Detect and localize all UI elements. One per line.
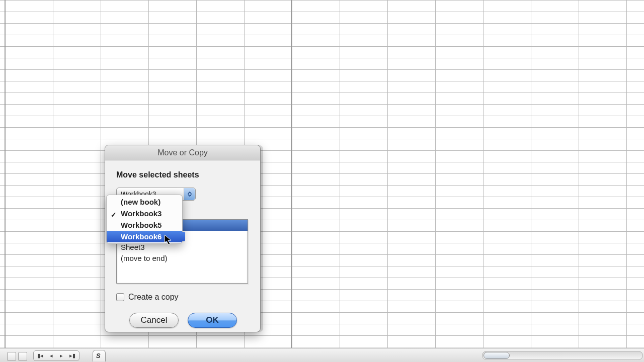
option-label: Workbook6 xyxy=(121,232,162,241)
move-selected-label: Move selected sheets xyxy=(116,170,250,179)
window-button-1[interactable] xyxy=(7,352,16,361)
sheet-tab-partial[interactable]: S xyxy=(93,350,106,361)
option-label: Workbook5 xyxy=(121,221,162,229)
dropdown-option[interactable]: (new book) xyxy=(107,196,182,208)
horizontal-scrollbar[interactable] xyxy=(482,351,643,360)
cursor-icon xyxy=(164,234,174,246)
create-copy-checkbox[interactable] xyxy=(116,293,124,301)
window-button-2[interactable] xyxy=(18,352,27,361)
updown-icon xyxy=(187,192,192,197)
list-item[interactable]: (move to end) xyxy=(117,253,248,264)
nav-next-icon[interactable]: ▸ xyxy=(60,352,63,359)
bottom-bar: ▮◂ ◂ ▸ ▸▮ S xyxy=(0,348,644,362)
sheet-nav[interactable]: ▮◂ ◂ ▸ ▸▮ xyxy=(33,350,79,361)
ok-button[interactable]: OK xyxy=(188,313,237,328)
nav-prev-icon[interactable]: ◂ xyxy=(50,352,53,359)
dropdown-option[interactable]: Workbook5 xyxy=(107,219,182,231)
nav-last-icon[interactable]: ▸▮ xyxy=(69,352,75,359)
dropdown-option[interactable]: ✓ Workbook3 xyxy=(107,208,182,219)
create-copy-label: Create a copy xyxy=(128,293,179,302)
option-label: (new book) xyxy=(121,198,160,206)
combo-arrow-button[interactable] xyxy=(184,188,195,200)
spreadsheet-grid xyxy=(0,0,644,362)
option-label: Workbook3 xyxy=(121,209,162,218)
nav-first-icon[interactable]: ▮◂ xyxy=(37,352,43,359)
dialog-title: Move or Copy xyxy=(105,145,260,160)
cancel-button[interactable]: Cancel xyxy=(129,313,179,328)
horizontal-scroll-thumb[interactable] xyxy=(484,352,510,359)
